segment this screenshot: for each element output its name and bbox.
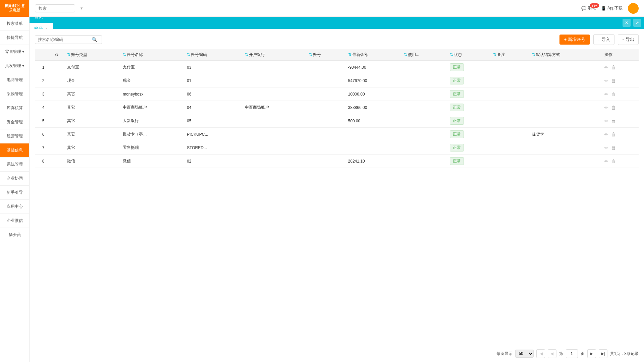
- cell-code-4: 05: [183, 114, 241, 128]
- delete-icon[interactable]: 🗑: [611, 92, 616, 97]
- cell-type-3: 其它: [64, 101, 119, 114]
- edit-icon[interactable]: ✏: [604, 65, 608, 70]
- search-icon[interactable]: 🔍: [92, 37, 97, 42]
- sidebar-item-quick-nav[interactable]: 快捷导航: [0, 31, 29, 45]
- col-header-status[interactable]: ⇅状态: [446, 49, 490, 61]
- tab-close-all-button[interactable]: ✕: [623, 19, 631, 27]
- cell-status-3: 正常: [446, 101, 490, 114]
- col-header-type[interactable]: ⇅账号类型: [64, 49, 119, 61]
- cell-settlement-1: [529, 74, 601, 87]
- edit-icon[interactable]: ✏: [604, 132, 608, 137]
- col-header-usage[interactable]: ⇅使用...: [400, 49, 446, 61]
- cell-account-1: [306, 74, 344, 87]
- sidebar-item-retail[interactable]: 零售管理 ▾: [0, 45, 29, 59]
- cell-bank-5: [241, 128, 306, 141]
- sort-icon-balance: ⇅: [348, 52, 352, 57]
- page-number-input[interactable]: [566, 349, 578, 358]
- cell-bank-1: [241, 74, 306, 87]
- first-page-button[interactable]: |◀: [536, 349, 545, 358]
- table-row: 2现金现金01547670.00正常✏🗑: [35, 74, 639, 87]
- delete-icon[interactable]: 🗑: [611, 78, 616, 83]
- sidebar-item-finance[interactable]: 资金管理: [0, 115, 29, 129]
- tab-home[interactable]: 首页: [30, 11, 53, 23]
- export-button[interactable]: ↑ 导出: [618, 34, 639, 45]
- delete-icon[interactable]: 🗑: [611, 145, 616, 150]
- app-download-button[interactable]: 📱 App下载: [601, 5, 623, 11]
- col-header-settlement[interactable]: ⇅默认结算方式: [529, 49, 601, 61]
- table-row: 5其它大新银行05500.00正常✏🗑: [35, 114, 639, 128]
- prev-page-button[interactable]: ◀: [548, 349, 556, 358]
- cell-actions-5: ✏🗑: [601, 128, 639, 141]
- col-header-actions: 操作: [601, 49, 639, 61]
- cell-status-5: 正常: [446, 128, 490, 141]
- sidebar-item-basic-info[interactable]: 基础信息: [0, 143, 29, 158]
- sidebar-item-guide[interactable]: 新手引导: [0, 186, 29, 200]
- delete-icon[interactable]: 🗑: [611, 105, 616, 110]
- page-size-select[interactable]: 50 20 100: [515, 350, 534, 358]
- sidebar-item-ecommerce[interactable]: 电商管理: [0, 73, 29, 87]
- account-search-input[interactable]: [38, 37, 92, 42]
- cell-balance-7: 28241.10: [345, 155, 400, 168]
- cell-name-0: 支付宝: [119, 61, 183, 74]
- delete-icon[interactable]: 🗑: [611, 159, 616, 164]
- col-header-note[interactable]: ⇅备注: [490, 49, 529, 61]
- delete-icon[interactable]: 🗑: [611, 65, 616, 70]
- sidebar-item-members[interactable]: 畅会员: [0, 228, 29, 242]
- cell-bank-0: [241, 61, 306, 74]
- topbar-search-chevron[interactable]: ▾: [80, 6, 83, 11]
- sort-icon-code: ⇅: [187, 52, 190, 57]
- cell-note-3: [490, 101, 529, 114]
- sidebar-item-enterprise[interactable]: 企业协同: [0, 172, 29, 186]
- sidebar-item-wholesale[interactable]: 批发管理 ▾: [0, 59, 29, 73]
- col-header-code[interactable]: ⇅账号编码: [183, 49, 241, 61]
- cell-no-0: 1: [35, 61, 52, 74]
- cell-note-7: [490, 155, 529, 168]
- cell-status-6: 正常: [446, 141, 490, 155]
- col-header-gear[interactable]: ⚙: [52, 49, 64, 61]
- import-button[interactable]: ↓ 导入: [593, 34, 614, 45]
- cell-bank-6: [241, 141, 306, 155]
- sort-icon-bank: ⇅: [245, 52, 248, 57]
- edit-icon[interactable]: ✏: [604, 145, 608, 150]
- cell-account-4: [306, 114, 344, 128]
- edit-icon[interactable]: ✏: [604, 78, 608, 83]
- delete-icon[interactable]: 🗑: [611, 132, 616, 137]
- cell-code-6: STORED...: [183, 141, 241, 155]
- delete-icon[interactable]: 🗑: [611, 118, 616, 124]
- col-header-name[interactable]: ⇅账号名称: [119, 49, 183, 61]
- edit-icon[interactable]: ✏: [604, 118, 608, 124]
- cell-name-2: moneybosx: [119, 87, 183, 101]
- tab-fullscreen-button[interactable]: ⤢: [633, 19, 641, 27]
- sidebar-item-app-center[interactable]: 应用中心: [0, 200, 29, 214]
- edit-icon[interactable]: ✏: [604, 92, 608, 97]
- cell-note-0: [490, 61, 529, 74]
- col-header-balance[interactable]: ⇅最新余额: [345, 49, 400, 61]
- add-account-button[interactable]: + 新增账号: [559, 35, 590, 45]
- sidebar-item-inventory[interactable]: 库存核算: [0, 101, 29, 115]
- avatar[interactable]: [628, 3, 639, 14]
- cell-balance-0: -90444.00: [345, 61, 400, 74]
- cell-status-1: 正常: [446, 74, 490, 87]
- edit-icon[interactable]: ✏: [604, 105, 608, 110]
- cell-name-5: 提货卡（零…: [119, 128, 183, 141]
- table-row: 1支付宝支付宝03-90444.00正常✏🗑: [35, 61, 639, 74]
- sidebar-item-operations[interactable]: 经营管理: [0, 129, 29, 143]
- last-page-button[interactable]: ▶|: [599, 349, 607, 358]
- col-header-account[interactable]: ⇅账号: [306, 49, 344, 61]
- cell-gear-7: [52, 155, 64, 168]
- toolbar-right: + 新增账号 ↓ 导入 ↑ 导出: [559, 34, 639, 45]
- sidebar-item-purchase[interactable]: 采购管理: [0, 87, 29, 101]
- sidebar-item-work-wechat[interactable]: 企业微信: [0, 214, 29, 228]
- cell-code-2: 06: [183, 87, 241, 101]
- next-page-button[interactable]: ▶: [587, 349, 596, 358]
- cell-usage-0: [400, 61, 446, 74]
- sidebar-item-search-menu[interactable]: 搜索菜单: [0, 17, 29, 31]
- status-badge: 正常: [450, 104, 464, 111]
- status-badge: 正常: [450, 63, 464, 71]
- sort-icon-account: ⇅: [309, 52, 312, 57]
- cell-settlement-0: [529, 61, 601, 74]
- edit-icon[interactable]: ✏: [604, 159, 608, 164]
- col-header-bank[interactable]: ⇅开户银行: [241, 49, 306, 61]
- message-button[interactable]: 💬 消息 99+: [581, 5, 596, 11]
- sidebar-item-system[interactable]: 系统管理: [0, 158, 29, 172]
